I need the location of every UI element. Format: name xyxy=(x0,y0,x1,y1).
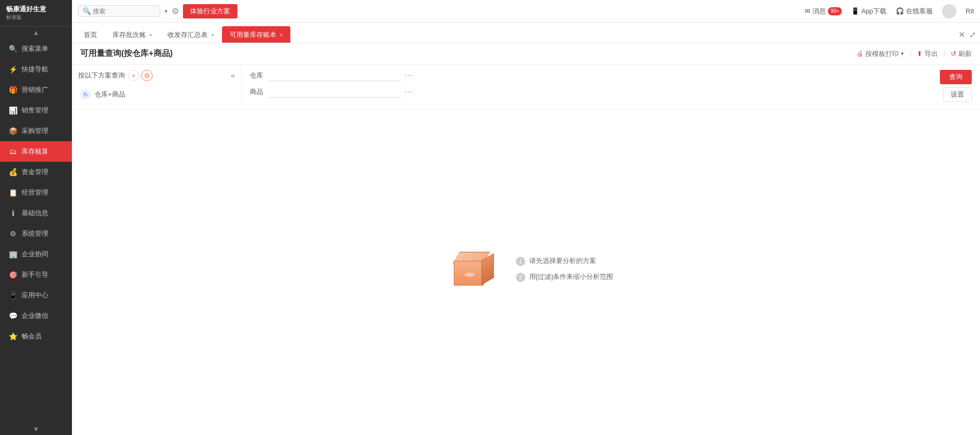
tab-home[interactable]: 首页 xyxy=(76,26,105,43)
sidebar-scroll-up[interactable]: ▲ xyxy=(0,27,72,39)
goods-dots-btn[interactable]: ··· xyxy=(405,87,413,97)
sidebar-item-label: 系统管理 xyxy=(22,229,48,238)
app-download-label: App下载 xyxy=(861,7,886,16)
empty-illustration xyxy=(439,241,501,303)
sidebar-item-inventory[interactable]: 🗂 库存核算 xyxy=(0,141,72,162)
sidebar-item-member[interactable]: ⭐ 畅会员 xyxy=(0,326,72,347)
filter-scheme-config-btn[interactable]: ⚙ xyxy=(141,70,153,81)
sidebar-item-label: 企业协同 xyxy=(22,250,48,259)
sidebar-item-enterprise[interactable]: 🏢 企业协同 xyxy=(0,244,72,264)
tab-expand-btn[interactable]: ⤢ xyxy=(969,30,976,40)
tab-batch[interactable]: 库存批次账 × xyxy=(105,26,160,43)
scheme-item-warehouse-goods[interactable]: ↻ 仓库+商品 xyxy=(72,85,241,104)
user-avatar[interactable] xyxy=(942,4,956,18)
settings-button[interactable]: 设置 xyxy=(943,87,972,102)
empty-text-block: 1 请先选择要分析的方案 2 用[过滤]条件来缩小分析范围 xyxy=(516,256,613,288)
sidebar-scroll-down[interactable]: ▼ xyxy=(0,423,72,435)
filter-scheme-add-btn[interactable]: + xyxy=(128,70,139,81)
warehouse-input[interactable] xyxy=(267,70,401,81)
print-icon: 🖨 xyxy=(857,50,863,58)
box-front-face xyxy=(454,261,484,286)
username-label[interactable]: Rit xyxy=(966,7,974,15)
goods-label: 商品 xyxy=(250,87,263,97)
shortcut-icon: ⚡ xyxy=(8,65,17,74)
phone-icon: 📱 xyxy=(8,291,17,300)
sidebar-item-label: 销售管理 xyxy=(22,106,48,115)
print-label: 按模板打印 xyxy=(865,49,899,59)
headset-icon: 🎧 xyxy=(896,7,904,15)
gift-icon: 🎁 xyxy=(8,85,17,94)
sidebar-item-search[interactable]: 🔍 搜索菜单 xyxy=(0,39,72,59)
sidebar-item-purchase[interactable]: 📦 采购管理 xyxy=(0,121,72,141)
header-trial-btn[interactable]: 体验行业方案 xyxy=(183,4,237,18)
export-action[interactable]: ⬆ 导出 xyxy=(917,49,938,59)
customer-service-action[interactable]: 🎧 在线客服 xyxy=(896,7,933,16)
tab-summary[interactable]: 收发存汇总表 × xyxy=(160,26,221,43)
print-dropdown-icon: ▾ xyxy=(901,50,904,57)
tab-bar: 首页 库存批次账 × 收发存汇总表 × 可用量库存账本 × ✕ ⤢ xyxy=(72,23,980,43)
sidebar-item-label: 快捷导航 xyxy=(22,65,48,74)
warehouse-dots-btn[interactable]: ··· xyxy=(405,71,413,80)
messages-action[interactable]: ✉ 消息 99+ xyxy=(805,7,842,16)
clipboard-icon: 📋 xyxy=(8,188,17,197)
sidebar-item-shortcut[interactable]: ⚡ 快捷导航 xyxy=(0,59,72,80)
app-download-action[interactable]: 📱 App下载 xyxy=(851,7,886,16)
header-gear-btn[interactable]: ⚙ xyxy=(172,6,179,16)
divider-1 xyxy=(910,50,911,58)
money-icon: 💰 xyxy=(8,167,17,177)
refresh-action[interactable]: ↺ 刷新 xyxy=(951,49,972,59)
tab-bar-actions: ✕ ⤢ xyxy=(958,30,976,43)
header-dropdown-btn[interactable]: ▾ xyxy=(164,8,168,15)
sidebar-item-marketing[interactable]: 🎁 营销推广 xyxy=(0,80,72,100)
filter-area: 按以下方案查询 + ⚙ « ↻ 仓库+商品 xyxy=(72,65,980,109)
header-search-box[interactable]: 🔍 xyxy=(78,5,160,17)
sidebar-item-label: 企业微信 xyxy=(22,311,48,320)
sidebar-item-system[interactable]: ⚙ 系统管理 xyxy=(0,223,72,244)
sidebar: 畅康通好生意 标准版 ▲ 🔍 搜索菜单 ⚡ 快捷导航 🎁 营销推广 📊 销售管理… xyxy=(0,0,72,435)
tab-batch-close[interactable]: × xyxy=(149,32,152,38)
app-title: 畅康通好生意 xyxy=(6,5,66,14)
filter-scheme-actions: + ⚙ xyxy=(128,70,153,81)
tab-available-label: 可用量库存账本 xyxy=(230,30,276,40)
filter-field-warehouse: 仓库 ··· xyxy=(250,70,413,81)
messages-badge: 99+ xyxy=(828,7,842,15)
print-action[interactable]: 🖨 按模板打印 ▾ xyxy=(857,49,904,59)
sidebar-item-label: 资金管理 xyxy=(22,167,48,177)
sidebar-item-label: 采购管理 xyxy=(22,126,48,136)
page-title: 可用量查询(按仓库+商品) xyxy=(80,48,173,59)
sidebar-item-wechat[interactable]: 💬 企业微信 xyxy=(0,306,72,326)
sidebar-item-label: 营销推广 xyxy=(22,85,48,94)
empty-state: 1 请先选择要分析的方案 2 用[过滤]条件来缩小分析范围 xyxy=(72,109,980,435)
sidebar-item-sales[interactable]: 📊 销售管理 xyxy=(0,100,72,121)
sidebar-item-appstore[interactable]: 📱 应用中心 xyxy=(0,285,72,306)
goods-input[interactable] xyxy=(267,86,401,98)
gear-icon: ⚙ xyxy=(8,229,17,238)
info-icon: ℹ xyxy=(8,209,17,218)
query-button[interactable]: 查询 xyxy=(940,70,972,84)
search-icon: 🔍 xyxy=(8,44,17,53)
export-icon: ⬆ xyxy=(917,50,922,58)
tab-summary-close[interactable]: × xyxy=(211,32,214,38)
sidebar-item-label: 畅会员 xyxy=(22,332,42,341)
sidebar-item-operation[interactable]: 📋 经营管理 xyxy=(0,182,72,203)
tab-available-close[interactable]: × xyxy=(280,32,283,38)
tab-home-label: 首页 xyxy=(84,30,97,40)
sidebar-item-finance[interactable]: 💰 资金管理 xyxy=(0,162,72,182)
tab-available[interactable]: 可用量库存账本 × xyxy=(222,26,290,43)
inventory-icon: 🗂 xyxy=(8,147,17,156)
sidebar-item-label: 经营管理 xyxy=(22,188,48,197)
sidebar-item-guide[interactable]: 🎯 新手引导 xyxy=(0,264,72,285)
customer-service-label: 在线客服 xyxy=(906,7,933,16)
page-title-actions: 🖨 按模板打印 ▾ ⬆ 导出 ↺ 刷新 xyxy=(857,49,972,59)
filter-actions-right: 查询 设置 xyxy=(932,65,980,109)
building-icon: 🏢 xyxy=(8,250,17,259)
sidebar-item-label: 库存核算 xyxy=(22,147,48,156)
header-search-input[interactable] xyxy=(93,8,144,15)
filter-collapse-btn[interactable]: « xyxy=(231,71,235,80)
messages-label: 消息 xyxy=(812,7,826,16)
step-text-2: 用[过滤]条件来缩小分析范围 xyxy=(529,272,613,281)
tab-close-all-btn[interactable]: ✕ xyxy=(958,30,965,40)
sidebar-item-basic[interactable]: ℹ 基础信息 xyxy=(0,203,72,223)
chart-icon: 📊 xyxy=(8,106,17,115)
star-icon: ⭐ xyxy=(8,332,17,341)
